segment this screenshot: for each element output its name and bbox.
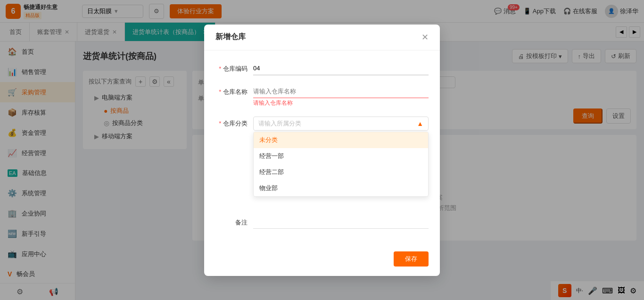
dropdown-item-operations1[interactable]: 经营一部 xyxy=(254,148,428,164)
name-control-wrap: 请输入仓库名称 xyxy=(253,85,429,107)
form-row-category: 仓库分类 请输入所属分类 ▲ 未分类 经营一部 xyxy=(215,117,429,131)
dropdown-item-property[interactable]: 物业部 xyxy=(254,180,428,196)
code-input[interactable] xyxy=(253,62,429,75)
note-input[interactable] xyxy=(253,216,429,229)
modal-body: 仓库编码 仓库名称 请输入仓库名称 仓库分类 请输入所属分 xyxy=(204,50,440,246)
category-placeholder: 请输入所属分类 xyxy=(258,119,301,128)
name-input[interactable] xyxy=(253,85,429,98)
modal-header: 新增仓库 ✕ xyxy=(204,25,440,50)
modal-footer: 保存 xyxy=(204,246,440,276)
code-control-wrap xyxy=(253,62,429,75)
code-label: 仓库编码 xyxy=(215,62,253,73)
note-label: 备注 xyxy=(215,216,253,227)
dropdown-item-uncategorized[interactable]: 未分类 xyxy=(254,132,428,148)
category-select[interactable]: 请输入所属分类 ▲ xyxy=(253,117,429,131)
save-button[interactable]: 保存 xyxy=(394,251,429,267)
form-row-code: 仓库编码 xyxy=(215,62,429,75)
modal-close-button[interactable]: ✕ xyxy=(421,32,429,42)
note-control-wrap xyxy=(253,216,429,229)
name-error-message: 请输入仓库名称 xyxy=(253,99,429,107)
modal-new-warehouse: 新增仓库 ✕ 仓库编码 仓库名称 请输入仓库名称 xyxy=(204,25,440,276)
modal-overlay[interactable]: 新增仓库 ✕ 仓库编码 仓库名称 请输入仓库名称 xyxy=(0,0,644,300)
category-dropdown: 未分类 经营一部 经营二部 物业部 xyxy=(253,132,429,197)
category-label: 仓库分类 xyxy=(215,117,253,128)
form-row-name: 仓库名称 请输入仓库名称 xyxy=(215,85,429,107)
name-label: 仓库名称 xyxy=(215,85,253,96)
dropdown-item-operations2[interactable]: 经营二部 xyxy=(254,164,428,180)
modal-title: 新增仓库 xyxy=(215,32,246,42)
category-control-wrap: 请输入所属分类 ▲ 未分类 经营一部 经营二部 xyxy=(253,117,429,131)
form-row-note: 备注 xyxy=(215,216,429,229)
chevron-up-icon: ▲ xyxy=(417,120,423,127)
